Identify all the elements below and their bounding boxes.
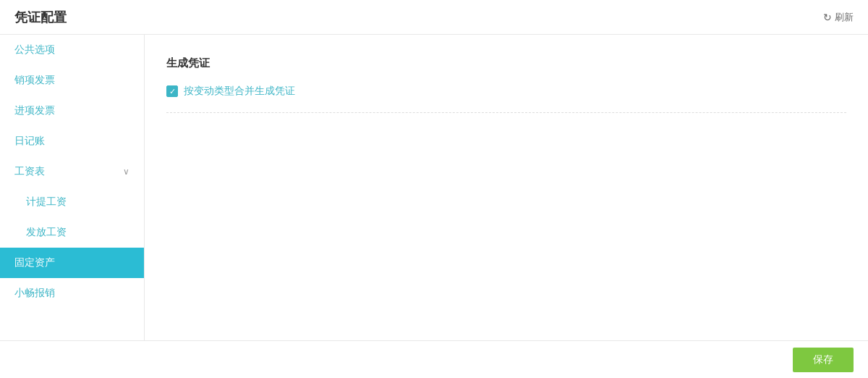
checkbox-label: 按变动类型合并生成凭证 — [184, 85, 295, 98]
checkmark-icon: ✓ — [169, 88, 176, 96]
sidebar-item-fixed-assets[interactable]: 固定资产 — [0, 248, 144, 278]
sidebar-item-purchase-invoice[interactable]: 进项发票 — [0, 96, 144, 126]
sidebar-item-label: 固定资产 — [14, 256, 55, 269]
sidebar: 公共选项 销项发票 进项发票 日记账 工资表 ∨ 计提工资 发放工资 — [0, 35, 145, 340]
sidebar-item-label: 进项发票 — [14, 104, 55, 117]
sidebar-item-payroll[interactable]: 工资表 ∨ — [0, 156, 144, 187]
sidebar-item-payroll-distribute[interactable]: 发放工资 — [0, 217, 144, 248]
save-button[interactable]: 保存 — [793, 348, 854, 372]
merge-checkbox[interactable]: ✓ — [166, 85, 178, 97]
sidebar-item-label: 计提工资 — [26, 196, 67, 209]
main-layout: 公共选项 销项发票 进项发票 日记账 工资表 ∨ 计提工资 发放工资 — [0, 35, 868, 340]
sidebar-item-expense[interactable]: 小畅报销 — [0, 278, 144, 308]
sidebar-item-label: 日记账 — [14, 135, 45, 148]
content-area: 生成凭证 ✓ 按变动类型合并生成凭证 — [145, 35, 868, 340]
page-header: 凭证配置 ↻ 刷新 — [0, 0, 868, 35]
sidebar-item-public[interactable]: 公共选项 — [0, 35, 144, 65]
sidebar-item-payroll-accrual[interactable]: 计提工资 — [0, 187, 144, 217]
sidebar-item-sales-invoice[interactable]: 销项发票 — [0, 65, 144, 96]
checkbox-row: ✓ 按变动类型合并生成凭证 — [166, 85, 846, 98]
divider — [166, 112, 846, 113]
section-title: 生成凭证 — [166, 56, 846, 70]
refresh-icon: ↻ — [823, 12, 832, 23]
sidebar-item-label: 发放工资 — [26, 226, 67, 239]
sidebar-item-label: 销项发票 — [14, 74, 55, 87]
page-wrapper: 凭证配置 ↻ 刷新 公共选项 销项发票 进项发票 日记账 工资表 ∨ — [0, 0, 868, 378]
sidebar-item-label: 公共选项 — [14, 43, 55, 56]
chevron-down-icon: ∨ — [123, 167, 129, 177]
page-footer: 保存 — [0, 340, 868, 378]
sidebar-item-label: 工资表 — [14, 165, 45, 178]
refresh-label: 刷新 — [835, 11, 854, 24]
page-title: 凭证配置 — [14, 9, 67, 26]
sidebar-item-label: 小畅报销 — [14, 287, 55, 300]
refresh-button[interactable]: ↻ 刷新 — [823, 11, 854, 24]
sidebar-item-journal[interactable]: 日记账 — [0, 126, 144, 156]
